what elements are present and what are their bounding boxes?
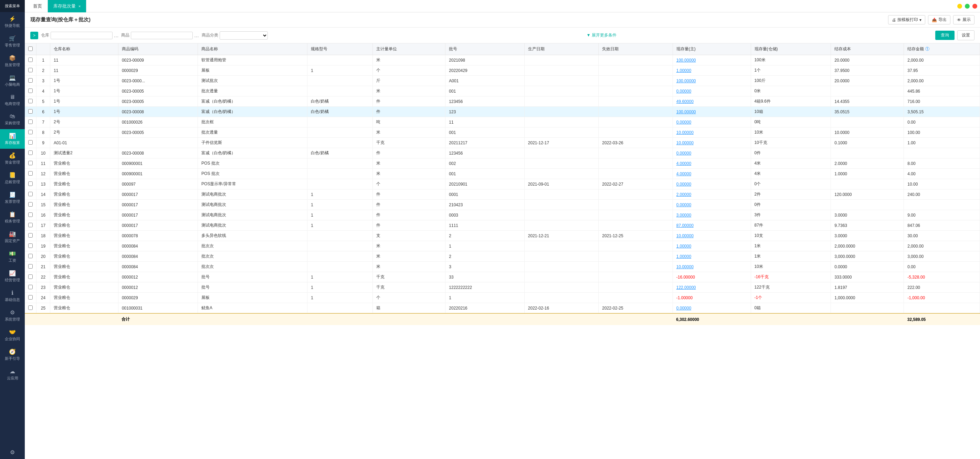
row-checkbox[interactable] xyxy=(28,305,33,310)
row-qty-main[interactable]: 100.00000 xyxy=(673,107,751,117)
row-qty-main[interactable]: 4.00000 xyxy=(673,169,751,179)
row-checkbox[interactable] xyxy=(28,120,33,124)
sidebar-item-ecom[interactable]: 🖥 电商管理 xyxy=(0,91,25,110)
row-qty-main[interactable]: 1.00000 xyxy=(673,65,751,76)
export-btn[interactable]: 📤 导出 xyxy=(928,15,950,24)
row-produce-date: 2021-12-21 xyxy=(524,231,598,241)
row-checkbox[interactable] xyxy=(28,57,33,62)
total-cost-info-icon[interactable]: ① xyxy=(925,46,929,51)
sidebar-item-inventory[interactable]: 📊 库存核算 xyxy=(0,129,25,149)
sidebar-settings-btn[interactable]: ⚙ xyxy=(0,446,25,459)
row-batch: 2021098 xyxy=(445,55,524,65)
sidebar-item-fixed-assets[interactable]: 🏭 固定资产 xyxy=(0,227,25,247)
row-checkbox[interactable] xyxy=(28,150,33,155)
minimize-btn[interactable] xyxy=(957,4,962,9)
row-checkbox[interactable] xyxy=(28,223,33,227)
warehouse-input[interactable] xyxy=(51,32,113,39)
row-qty-main[interactable]: 0.00000 xyxy=(673,200,751,210)
row-qty-main[interactable]: 100.00000 xyxy=(673,76,751,86)
row-qty-main[interactable]: 10.00000 xyxy=(673,231,751,241)
row-checkbox[interactable] xyxy=(28,295,33,300)
row-checkbox[interactable] xyxy=(28,68,33,72)
sidebar-item-micro-ecom[interactable]: 💻 小脑电商 xyxy=(0,71,25,91)
tab-close-btn[interactable]: × xyxy=(78,4,81,8)
row-qty-main[interactable]: 100.00000 xyxy=(673,55,751,65)
sidebar-item-guide[interactable]: 🧭 新手引导 xyxy=(0,345,25,365)
row-unit: 米 xyxy=(372,169,445,179)
row-checkbox[interactable] xyxy=(28,274,33,279)
sidebar-item-wholesale[interactable]: 📦 批发管理 xyxy=(0,51,25,71)
row-checkbox[interactable] xyxy=(28,99,33,103)
sidebar-item-quick-nav[interactable]: ⚡ 快捷导航 xyxy=(0,12,25,32)
row-checkbox[interactable] xyxy=(28,254,33,258)
warehouse-dots[interactable]: ... xyxy=(114,32,118,38)
goods-dots[interactable]: ... xyxy=(194,32,199,38)
row-checkbox[interactable] xyxy=(28,182,33,186)
select-all-checkbox[interactable] xyxy=(28,46,33,51)
sidebar-item-finance[interactable]: 💰 资金管理 xyxy=(0,149,25,168)
row-qty-main[interactable]: 0.00000 xyxy=(673,117,751,128)
row-checkbox[interactable] xyxy=(28,192,33,196)
sidebar-item-invoice[interactable]: 🧾 发票管理 xyxy=(0,188,25,208)
row-qty-main[interactable]: 1.00000 xyxy=(673,241,751,251)
row-checkbox[interactable] xyxy=(28,233,33,237)
row-checkbox[interactable] xyxy=(28,140,33,145)
row-checkbox[interactable] xyxy=(28,244,33,248)
row-spec: 白色/奶橘 xyxy=(307,148,372,158)
print-template-btn[interactable]: 🖨 按模板打印 ▾ xyxy=(888,15,925,24)
row-qty-main[interactable]: 0.00000 xyxy=(673,148,751,158)
row-checkbox[interactable] xyxy=(28,202,33,207)
close-btn[interactable] xyxy=(972,4,977,9)
row-qty-main[interactable]: 10.00000 xyxy=(673,262,751,272)
table-row: 13 营业粮仓 000097 POS显示率/异常常 个 20210901 202… xyxy=(25,179,980,190)
row-qty-store: 4箱9.6件 xyxy=(751,96,831,107)
table-row: 20 营业粮仓 0000084 批次次 米 2 1.00000 1米 3,000… xyxy=(25,251,980,262)
row-checkbox[interactable] xyxy=(28,161,33,165)
row-qty-main[interactable]: 49.60000 xyxy=(673,96,751,107)
row-qty-main[interactable]: 122.00000 xyxy=(673,282,751,293)
display-btn[interactable]: 👁 展示 xyxy=(953,15,975,24)
row-qty-main[interactable]: 3.00000 xyxy=(673,210,751,220)
row-checkbox[interactable] xyxy=(28,78,33,83)
row-checkbox[interactable] xyxy=(28,130,33,134)
row-qty-main[interactable]: 87.00000 xyxy=(673,220,751,231)
expand-conditions-btn[interactable]: ▼ 展开更多条件 xyxy=(587,32,617,38)
row-qty-main[interactable]: 0.00000 xyxy=(673,303,751,314)
sidebar-item-basic-info[interactable]: ℹ 基础信息 xyxy=(0,286,25,306)
sidebar-item-ledger[interactable]: 📒 总账管理 xyxy=(0,168,25,188)
maximize-btn[interactable] xyxy=(965,4,970,9)
category-select[interactable] xyxy=(220,31,268,40)
row-checkbox[interactable] xyxy=(28,89,33,93)
row-qty-main[interactable]: 0.00000 xyxy=(673,86,751,96)
row-qty-main[interactable]: 10.00000 xyxy=(673,138,751,148)
sidebar-item-tax[interactable]: 📋 税务管理 xyxy=(0,208,25,227)
row-checkbox[interactable] xyxy=(28,285,33,289)
sidebar-logo[interactable]: 搜索菜单 xyxy=(0,0,25,12)
sidebar-item-operations[interactable]: 📈 经营管理 xyxy=(0,266,25,286)
row-no: 13 xyxy=(37,179,50,190)
row-qty-main[interactable]: 4.00000 xyxy=(673,158,751,169)
row-no: 22 xyxy=(37,272,50,282)
row-checkbox[interactable] xyxy=(28,264,33,269)
sidebar-item-payroll[interactable]: 💵 工资 xyxy=(0,247,25,266)
row-qty-main[interactable]: 1.00000 xyxy=(673,251,751,262)
row-checkbox[interactable] xyxy=(28,171,33,175)
tab-inventory-batch[interactable]: 库存批次量 × xyxy=(48,0,86,13)
setting-btn[interactable]: 设置 xyxy=(957,30,975,40)
row-qty-main[interactable]: 2.00000 xyxy=(673,190,751,200)
sidebar-item-purchase[interactable]: 🛍 采购管理 xyxy=(0,110,25,129)
sidebar-item-collab[interactable]: 🤝 企业协同 xyxy=(0,325,25,345)
sidebar-item-label: 总账管理 xyxy=(5,179,20,185)
row-qty-main[interactable]: 0.00000 xyxy=(673,179,751,190)
row-checkbox[interactable] xyxy=(28,109,33,114)
sidebar-item-cloud[interactable]: ☁ 云应用 xyxy=(0,365,25,384)
goods-input[interactable] xyxy=(131,32,193,39)
row-qty-main[interactable]: 10.00000 xyxy=(673,128,751,138)
row-checkbox[interactable] xyxy=(28,212,33,217)
sidebar-item-retail[interactable]: 🛒 零售管理 xyxy=(0,32,25,51)
search-btn[interactable]: 查询 xyxy=(935,31,955,40)
th-batch: 批号 xyxy=(445,43,524,55)
sidebar-item-system[interactable]: ⚙ 系统管理 xyxy=(0,306,25,325)
tab-home[interactable]: 首页 xyxy=(27,0,48,13)
filter-expand-btn[interactable]: > xyxy=(30,32,38,39)
